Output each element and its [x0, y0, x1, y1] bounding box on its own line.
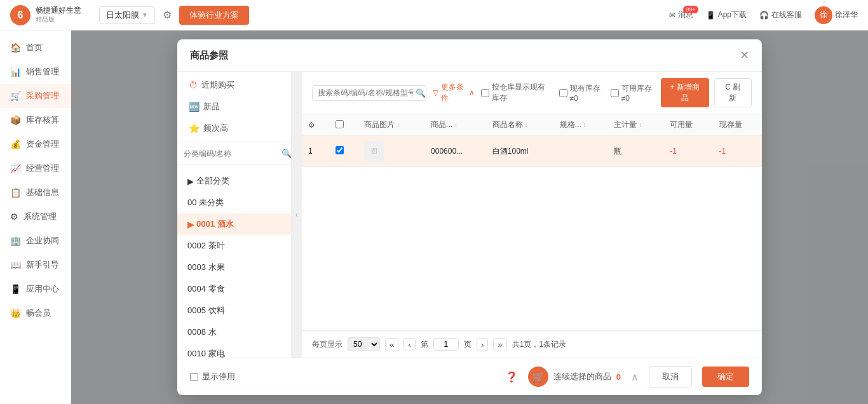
col-unit[interactable]: 主计量: [607, 114, 663, 136]
category-item-0005[interactable]: 0005 饮料: [177, 300, 291, 321]
col-stock: 现存量: [713, 114, 762, 136]
sidebar-item-member[interactable]: 👑 畅会员: [0, 301, 71, 325]
row-name: 白酒100ml: [486, 136, 553, 167]
table-header-row: ⚙ 商品图片 商品... 商品名称 规格... 主计量 可用量 现存量: [302, 114, 762, 136]
category-label: 0001 酒水: [196, 219, 234, 230]
display-disabled-checkbox[interactable]: 显示停用: [190, 371, 235, 382]
row-checkbox[interactable]: [329, 136, 358, 167]
page-last-button[interactable]: »: [493, 338, 506, 351]
product-image-placeholder: 图: [364, 141, 384, 161]
logo-area: 6 畅捷通好生意 精品版: [10, 5, 86, 25]
sidebar-item-system[interactable]: ⚙ 系统管理: [0, 205, 71, 229]
app-download-label: App下载: [718, 10, 747, 20]
per-page-select[interactable]: 50 100 200: [348, 337, 380, 351]
sidebar-item-sales[interactable]: 📊 销售管理: [0, 60, 71, 84]
operations-icon: 📈: [10, 163, 21, 173]
category-item-0008[interactable]: 0008 水: [177, 321, 291, 343]
col-settings[interactable]: ⚙: [302, 114, 329, 136]
page-input[interactable]: [433, 338, 459, 351]
checkbox-usable-ne0-input[interactable]: [611, 89, 619, 97]
checkbox-filters: 按仓库显示现有库存 现有库存≠0 可用库存≠0: [481, 82, 654, 104]
quick-filter-recent[interactable]: ⏱ 近期购买: [184, 77, 285, 93]
refresh-button[interactable]: C 刷新: [714, 78, 752, 107]
sidebar-item-inventory[interactable]: 📦 库存核算: [0, 108, 71, 132]
category-item-0002[interactable]: 0002 茶叶: [177, 235, 291, 257]
col-code[interactable]: 商品...: [424, 114, 486, 136]
sidebar-item-enterprise[interactable]: 🏢 企业协同: [0, 229, 71, 253]
checkbox-usable-ne0-label: 可用库存≠0: [621, 83, 654, 103]
enterprise-icon: 🏢: [10, 236, 21, 246]
sidebar-item-guide[interactable]: 📖 新手引导: [0, 253, 71, 277]
category-label: 0003 水果: [187, 262, 225, 273]
quick-filter-new[interactable]: 🆕 新品: [184, 98, 285, 115]
app-icon: 📱: [706, 11, 715, 20]
checkbox-stock-ne0-input[interactable]: [559, 89, 567, 97]
sidebar-item-finance[interactable]: 💰 资金管理: [0, 132, 71, 156]
category-item-0003[interactable]: 0003 水果: [177, 257, 291, 278]
help-icon[interactable]: ❓: [505, 371, 518, 383]
sidebar-item-basic[interactable]: 📋 基础信息: [0, 180, 71, 205]
quick-filter-new-label: 新品: [203, 101, 220, 112]
display-disabled-input[interactable]: [190, 373, 198, 381]
footer-actions: ❓ 🛒 连续选择的商品 0 ∧ 取消 确定: [505, 366, 749, 387]
checkbox-warehouse[interactable]: 按仓库显示现有库存: [481, 82, 551, 104]
sidebar-item-apps[interactable]: 📱 应用中心: [0, 277, 71, 301]
category-item-0010[interactable]: 0010 家电: [177, 343, 291, 358]
app-download-button[interactable]: 📱 App下载: [706, 10, 747, 20]
experience-button[interactable]: 体验行业方案: [179, 6, 249, 25]
cart-area: 🛒 连续选择的商品 0: [528, 367, 621, 387]
message-button[interactable]: ✉ 消息 99+: [669, 10, 693, 20]
category-item-0001[interactable]: ▶ 0001 酒水: [177, 213, 291, 235]
sidebar-item-label: 首页: [26, 42, 43, 53]
member-icon: 👑: [10, 308, 21, 318]
add-product-button[interactable]: + 新增商品: [661, 78, 709, 107]
sidebar-item-home[interactable]: 🏠 首页: [0, 36, 71, 60]
category-collapse-handle[interactable]: ‹: [292, 72, 302, 358]
col-spec[interactable]: 规格...: [553, 114, 607, 136]
category-item-0004[interactable]: 0004 零食: [177, 278, 291, 300]
sales-icon: 📊: [10, 67, 21, 77]
system-icon: ⚙: [10, 212, 18, 222]
sidebar-item-label: 销售管理: [26, 66, 59, 77]
sidebar-item-purchase[interactable]: 🛒 采购管理: [0, 84, 71, 108]
page-next-button[interactable]: ›: [477, 338, 488, 351]
col-image[interactable]: 商品图片: [358, 114, 424, 136]
category-item-all[interactable]: ▶ 全部分类: [177, 170, 291, 192]
checkbox-stock-ne0[interactable]: 现有库存≠0: [559, 83, 603, 103]
category-label: 0004 零食: [187, 283, 225, 295]
display-disabled-label: 显示停用: [202, 371, 235, 382]
toolbar-actions: + 新增商品 C 刷新: [661, 78, 752, 107]
row-unit: 瓶: [607, 136, 663, 167]
col-name[interactable]: 商品名称: [486, 114, 553, 136]
inventory-icon: 📦: [10, 115, 21, 125]
checkbox-usable-ne0[interactable]: 可用库存≠0: [611, 83, 654, 103]
cart-icon[interactable]: 🛒: [528, 367, 548, 387]
page-first-button[interactable]: «: [385, 338, 398, 351]
modal-title: 商品参照: [190, 50, 228, 62]
product-search-input[interactable]: [318, 88, 413, 97]
page-prev-button[interactable]: ‹: [403, 338, 415, 351]
confirm-button[interactable]: 确定: [702, 367, 749, 387]
sidebar-item-label: 新手引导: [26, 259, 59, 271]
select-all-checkbox[interactable]: [336, 120, 344, 128]
checkbox-warehouse-input[interactable]: [481, 89, 489, 97]
modal-close-button[interactable]: ✕: [740, 48, 749, 62]
table-row[interactable]: 1 图 000600... 白酒100ml 瓶: [302, 136, 762, 167]
frequent-icon: ⭐: [189, 123, 200, 133]
cart-collapse-button[interactable]: ∧: [631, 371, 639, 383]
cancel-button[interactable]: 取消: [649, 366, 692, 387]
store-selector[interactable]: 日太阳膜 ▼: [99, 6, 155, 24]
sidebar-item-operations[interactable]: 📈 经营管理: [0, 156, 71, 180]
recent-icon: ⏱: [189, 80, 198, 90]
online-service-button[interactable]: 🎧 在线客服: [759, 10, 802, 20]
category-item-00[interactable]: 00 未分类: [177, 192, 291, 213]
brand-name: 畅捷通好生意: [36, 6, 81, 16]
quick-filter-frequent[interactable]: ⭐ 频次高: [184, 120, 285, 137]
guide-icon: 📖: [10, 260, 21, 270]
topbar: 6 畅捷通好生意 精品版 日太阳膜 ▼ ⚙ 体验行业方案 ✉ 消息 99+ 📱 …: [0, 0, 868, 30]
logo-icon: 6: [10, 5, 31, 25]
category-search-input[interactable]: [184, 149, 279, 158]
more-filters-button[interactable]: ▽ 更多条件 ∧: [433, 82, 475, 104]
settings-icon[interactable]: ⚙: [163, 9, 172, 21]
user-profile[interactable]: 徐 徐泽华: [815, 6, 858, 24]
